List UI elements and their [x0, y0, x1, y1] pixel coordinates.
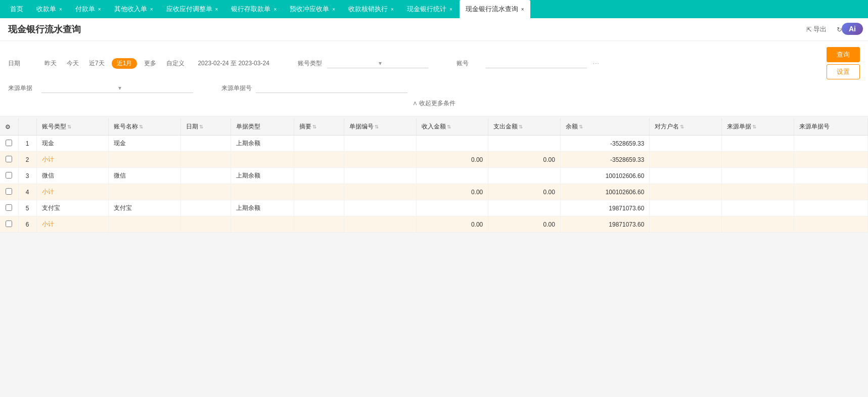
- cell-checkbox-5[interactable]: [0, 216, 18, 233]
- th-expense[interactable]: 支出金额⇅: [488, 118, 561, 136]
- th-source-doc-no[interactable]: 来源单据号: [794, 118, 867, 136]
- nav-tab-close-0[interactable]: ×: [59, 7, 62, 12]
- row-checkbox-2[interactable]: [6, 172, 12, 179]
- nav-tab-label-0: 收款单: [36, 5, 56, 14]
- date-btn-today[interactable]: 今天: [64, 58, 82, 69]
- cell-doc-no-1: [344, 152, 416, 168]
- cell-num-3: 4: [18, 184, 36, 200]
- cell-doc-no-5: [344, 216, 416, 233]
- cell-source-doc-2: [722, 168, 794, 184]
- filter-row-1: 日期 昨天 今天 近7天 近1月 更多 自定义 2023-02-24 至 202…: [8, 47, 860, 79]
- settings-button[interactable]: 设置: [827, 64, 860, 79]
- date-btn-custom[interactable]: 自定义: [163, 58, 188, 69]
- cell-income-2: [416, 168, 488, 184]
- date-btn-more[interactable]: 更多: [141, 58, 159, 69]
- row-checkbox-1[interactable]: [6, 156, 12, 162]
- th-doc-type[interactable]: 单据类型: [231, 118, 294, 136]
- cell-checkbox-1[interactable]: [0, 152, 18, 168]
- cell-num-2: 3: [18, 168, 36, 184]
- top-navigation: 首页 收款单×付款单×其他收入单×应收应付调整单×银行存取款单×预收冲应收单×收…: [0, 0, 868, 18]
- nav-home[interactable]: 首页: [4, 0, 29, 18]
- page-header: 现金银行流水查询 ⇱ 导出 ↻ 刷新: [0, 18, 868, 41]
- nav-tab-7[interactable]: 现金银行统计×: [401, 0, 459, 18]
- nav-tab-close-2[interactable]: ×: [150, 7, 153, 12]
- filter-row-2: 来源单据 ▾ 来源单据号: [8, 83, 860, 93]
- source-doc-no-label: 来源单据号: [221, 84, 252, 93]
- table-row: 1 现金 现金 上期余额 -3528659.33: [0, 136, 868, 152]
- nav-tab-close-3[interactable]: ×: [215, 7, 218, 12]
- cell-checkbox-2[interactable]: [0, 168, 18, 184]
- cell-balance-0: -3528659.33: [560, 136, 650, 152]
- cell-account-name-0: 现金: [109, 136, 181, 152]
- ai-badge[interactable]: Ai: [842, 23, 863, 35]
- nav-tab-label-3: 应收应付调整单: [166, 5, 212, 14]
- cell-balance-4: 19871073.60: [560, 200, 650, 216]
- account-type-select[interactable]: ▾: [327, 59, 428, 68]
- row-checkbox-0[interactable]: [6, 140, 12, 146]
- cell-num-0: 1: [18, 136, 36, 152]
- cell-summary-0: [294, 136, 344, 152]
- cell-doc-type-0: 上期余额: [231, 136, 294, 152]
- th-counterpart[interactable]: 对方户名⇅: [650, 118, 722, 136]
- cell-counterpart-3: [650, 184, 722, 200]
- date-btn-1month[interactable]: 近1月: [112, 58, 138, 69]
- cell-checkbox-4[interactable]: [0, 200, 18, 216]
- th-income[interactable]: 收入金额⇅: [416, 118, 488, 136]
- row-checkbox-4[interactable]: [6, 204, 12, 211]
- nav-tab-2[interactable]: 其他收入单×: [108, 0, 159, 18]
- cell-expense-5: 0.00: [488, 216, 561, 233]
- account-ellipsis-btn[interactable]: ···: [591, 60, 602, 67]
- th-doc-no[interactable]: 单据编号⇅: [344, 118, 416, 136]
- th-summary[interactable]: 摘要⇅: [294, 118, 344, 136]
- date-btn-yesterday[interactable]: 昨天: [41, 58, 60, 69]
- cell-expense-0: [488, 136, 561, 152]
- date-label: 日期: [8, 59, 33, 68]
- nav-tab-close-1[interactable]: ×: [98, 7, 101, 12]
- th-settings[interactable]: ⚙: [0, 118, 18, 136]
- cell-checkbox-3[interactable]: [0, 184, 18, 200]
- cell-doc-no-3: [344, 184, 416, 200]
- cell-summary-1: [294, 152, 344, 168]
- nav-tab-close-8[interactable]: ×: [521, 7, 524, 12]
- cell-balance-3: 100102606.60: [560, 184, 650, 200]
- th-date[interactable]: 日期⇅: [180, 118, 231, 136]
- source-doc-select[interactable]: ▾: [41, 83, 193, 93]
- nav-tab-1[interactable]: 付款单×: [69, 0, 107, 18]
- cell-num-1: 2: [18, 152, 36, 168]
- date-options: 昨天 今天 近7天 近1月 更多 自定义: [41, 58, 188, 69]
- nav-tab-3[interactable]: 应收应付调整单×: [160, 0, 224, 18]
- cell-counterpart-5: [650, 216, 722, 233]
- th-account-type[interactable]: 账号类型⇅: [36, 118, 109, 136]
- nav-tab-close-6[interactable]: ×: [391, 7, 394, 12]
- data-table: ⚙ 账号类型⇅ 账号名称⇅ 日期⇅ 单据类型 摘要⇅ 单据编号⇅ 收入金额⇅ 支…: [0, 118, 868, 233]
- cell-date-2: [180, 168, 231, 184]
- cell-checkbox-0[interactable]: [0, 136, 18, 152]
- nav-tab-4[interactable]: 银行存取款单×: [225, 0, 283, 18]
- table-row: 3 微信 微信 上期余额 100102606.60: [0, 168, 868, 184]
- account-input[interactable]: [486, 59, 587, 68]
- dropdown-icon: ▾: [379, 60, 426, 67]
- nav-tab-5[interactable]: 预收冲应收单×: [284, 0, 341, 18]
- cell-account-type-5: 小计: [36, 216, 109, 233]
- row-checkbox-3[interactable]: [6, 188, 12, 195]
- cell-doc-type-3: [231, 184, 294, 200]
- th-balance[interactable]: 余额⇅: [560, 118, 650, 136]
- row-checkbox-5[interactable]: [6, 220, 12, 227]
- collapse-bar[interactable]: ∧ 收起更多条件: [8, 97, 860, 110]
- source-doc-no-input[interactable]: [256, 83, 407, 93]
- nav-tab-0[interactable]: 收款单×: [30, 0, 68, 18]
- nav-tab-8[interactable]: 现金银行流水查询×: [460, 0, 530, 18]
- th-account-name[interactable]: 账号名称⇅: [109, 118, 181, 136]
- query-button[interactable]: 查询: [827, 47, 860, 62]
- th-source-doc[interactable]: 来源单据⇅: [722, 118, 794, 136]
- date-btn-7days[interactable]: 近7天: [86, 58, 108, 69]
- nav-tab-close-7[interactable]: ×: [449, 7, 452, 12]
- cell-num-4: 5: [18, 200, 36, 216]
- nav-tab-close-4[interactable]: ×: [273, 7, 277, 12]
- nav-tab-6[interactable]: 收款核销执行×: [342, 0, 400, 18]
- cell-doc-no-2: [344, 168, 416, 184]
- cell-date-5: [180, 216, 231, 233]
- cell-account-type-2: 微信: [36, 168, 109, 184]
- export-button[interactable]: ⇱ 导出: [803, 24, 830, 35]
- nav-tab-close-5[interactable]: ×: [332, 7, 335, 12]
